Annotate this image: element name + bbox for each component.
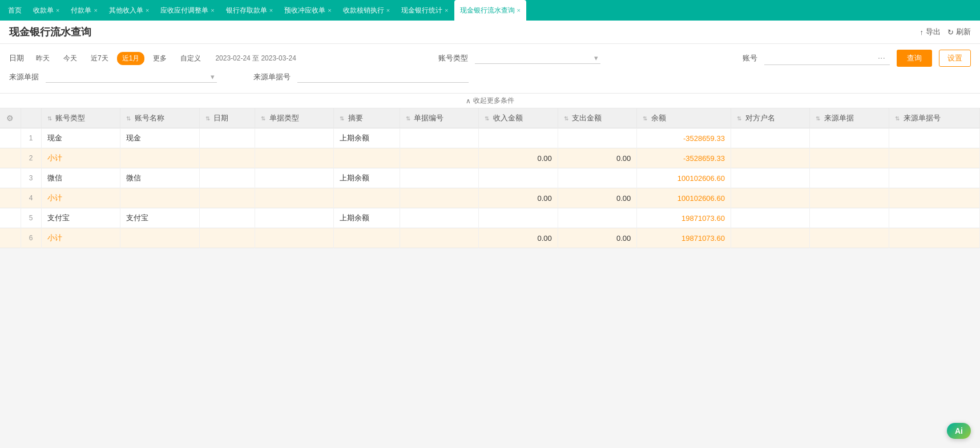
col-expense[interactable]: ⇅ 支出金额 (558, 108, 637, 128)
row-gear-cell (0, 168, 21, 188)
account-name-cell (120, 228, 200, 248)
filter-row-2: 来源单据 ▾ 来源单据号 (9, 71, 971, 83)
source-doc-cell (810, 208, 889, 228)
nav-tab-cash-bank-query[interactable]: 现金银行流水查询× (454, 0, 526, 21)
account-type-cell: 小计 (41, 228, 120, 248)
table-row: 5支付宝支付宝上期余额19871073.60 (0, 208, 980, 228)
close-icon[interactable]: × (517, 7, 521, 14)
setting-button[interactable]: 设置 (939, 50, 971, 67)
col-date[interactable]: ⇅ 日期 (199, 108, 255, 128)
collapse-label: 收起更多条件 (473, 96, 514, 106)
date-range-display: 2023-02-24 至 2023-03-24 (215, 54, 296, 63)
collapse-bar[interactable]: ∧ 收起更多条件 (0, 94, 980, 108)
nav-tab-bank-deposit[interactable]: 银行存取款单× (220, 0, 279, 21)
account-name-cell (120, 188, 200, 208)
close-icon[interactable]: × (269, 7, 273, 14)
account-input[interactable] (767, 54, 876, 62)
counterpart-cell (731, 148, 810, 168)
close-icon[interactable]: × (328, 7, 331, 14)
date-btn-more[interactable]: 更多 (148, 52, 172, 65)
sort-icon-summary: ⇅ (340, 115, 344, 122)
source-doc-num-input-wrapper (297, 71, 469, 83)
sort-icon-account-name: ⇅ (126, 115, 131, 122)
date-filter-label: 日期 (9, 53, 24, 63)
col-doc-type[interactable]: ⇅ 单据类型 (255, 108, 334, 128)
account-type-cell: 小计 (41, 148, 120, 168)
source-doc-num-input[interactable] (300, 72, 466, 81)
sort-icon-source-doc-num: ⇅ (895, 115, 900, 122)
income-cell (479, 208, 558, 228)
table-container: ⚙ ⇅ 账号类型 ⇅ 账号名称 ⇅ 日期 ⇅ 单据类型 (0, 108, 980, 248)
col-source-doc-num[interactable]: ⇅ 来源单据号 (889, 108, 979, 128)
date-btn-last7[interactable]: 近7天 (86, 52, 114, 65)
nav-tab-cash-bank-stat[interactable]: 现金银行统计× (396, 0, 454, 21)
account-type-cell: 支付宝 (41, 208, 120, 228)
sort-icon-income: ⇅ (485, 115, 489, 122)
date-cell (199, 148, 255, 168)
doc-type-cell (255, 168, 334, 188)
table-row: 3微信微信上期余额100102606.60 (0, 168, 980, 188)
doc-num-cell (400, 128, 479, 148)
sort-icon-balance: ⇅ (643, 115, 647, 122)
doc-num-cell (400, 168, 479, 188)
col-account-type[interactable]: ⇅ 账号类型 (41, 108, 120, 128)
nav-tab-payment[interactable]: 付款单× (65, 0, 103, 21)
source-doc-select[interactable]: ▾ (46, 71, 217, 83)
account-type-cell: 微信 (41, 168, 120, 188)
account-type-select[interactable]: ▾ (475, 53, 600, 64)
gear-icon[interactable]: ⚙ (6, 114, 14, 123)
date-btn-today[interactable]: 今天 (58, 52, 82, 65)
col-summary[interactable]: ⇅ 摘要 (334, 108, 400, 128)
account-more-icon[interactable]: ··· (876, 53, 888, 63)
date-cell (199, 168, 255, 188)
col-doc-num[interactable]: ⇅ 单据编号 (400, 108, 479, 128)
refresh-icon: ↻ (947, 28, 954, 37)
row-number-cell: 5 (21, 208, 41, 228)
close-icon[interactable]: × (386, 7, 390, 14)
counterpart-cell (731, 228, 810, 248)
balance-cell: 100102606.60 (637, 188, 731, 208)
close-icon[interactable]: × (146, 7, 149, 14)
row-number-cell: 4 (21, 188, 41, 208)
source-doc-cell (810, 188, 889, 208)
account-type-cell: 现金 (41, 128, 120, 148)
doc-type-cell (255, 208, 334, 228)
balance-cell: 19871073.60 (637, 228, 731, 248)
col-account-name[interactable]: ⇅ 账号名称 (120, 108, 200, 128)
col-income[interactable]: ⇅ 收入金额 (479, 108, 558, 128)
nav-tab-prepay-collect[interactable]: 预收冲应收单× (279, 0, 337, 21)
balance-cell: 19871073.60 (637, 208, 731, 228)
date-btn-last1m[interactable]: 近1月 (117, 52, 145, 65)
balance-cell: 100102606.60 (637, 168, 731, 188)
source-doc-chevron-icon: ▾ (211, 72, 215, 81)
date-btn-custom[interactable]: 自定义 (175, 52, 206, 65)
col-counterpart[interactable]: ⇅ 对方户名 (731, 108, 810, 128)
close-icon[interactable]: × (94, 7, 97, 14)
header-row: ⚙ ⇅ 账号类型 ⇅ 账号名称 ⇅ 日期 ⇅ 单据类型 (0, 108, 980, 128)
col-source-doc[interactable]: ⇅ 来源单据 (810, 108, 889, 128)
nav-tab-receipt[interactable]: 收款单× (27, 0, 65, 21)
table-row: 2小计0.000.00-3528659.33 (0, 148, 980, 168)
date-btn-yesterday[interactable]: 昨天 (31, 52, 55, 65)
close-icon[interactable]: × (445, 7, 448, 14)
nav-tab-receivable-adjust[interactable]: 应收应付调整单× (155, 0, 220, 21)
income-cell (479, 168, 558, 188)
close-icon[interactable]: × (211, 7, 214, 14)
collapse-icon: ∧ (466, 97, 471, 105)
refresh-button[interactable]: ↻ 刷新 (947, 27, 971, 37)
doc-type-cell (255, 228, 334, 248)
expense-cell (558, 208, 637, 228)
date-options: 昨天今天近7天近1月更多自定义 (31, 52, 206, 65)
row-gear-cell (0, 128, 21, 148)
nav-tab-home[interactable]: 首页 (2, 0, 27, 21)
export-button[interactable]: ↑ 导出 (920, 27, 941, 37)
source-doc-num-label: 来源单据号 (253, 72, 291, 82)
sort-icon-doc-type: ⇅ (261, 115, 265, 122)
close-icon[interactable]: × (56, 7, 59, 14)
col-balance[interactable]: ⇅ 余额 (637, 108, 731, 128)
nav-tab-other-income[interactable]: 其他收入单× (103, 0, 155, 21)
row-number-cell: 6 (21, 228, 41, 248)
query-button[interactable]: 查询 (897, 50, 932, 67)
col-gear[interactable]: ⚙ (0, 108, 21, 128)
nav-tab-verify-exec[interactable]: 收款核销执行× (337, 0, 396, 21)
